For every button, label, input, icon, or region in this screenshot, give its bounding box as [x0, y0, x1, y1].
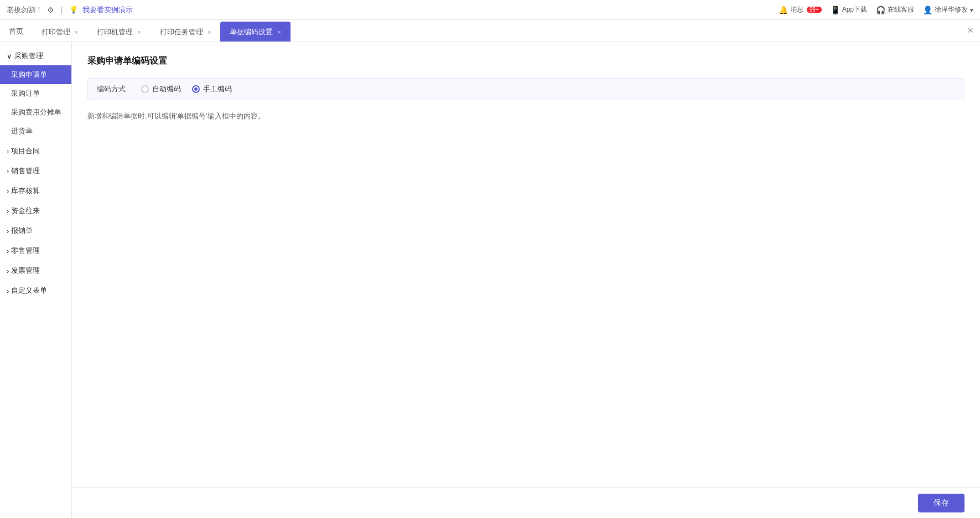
- tab-close-printer-manage[interactable]: ×: [137, 29, 141, 35]
- sidebar-group-capital: › 资金往来: [0, 201, 71, 220]
- brand-text: 老板勿割！: [7, 5, 43, 15]
- notification-label: 消息: [790, 5, 803, 14]
- sidebar-group-purchase: ∨ 采购管理 采购申请单 采购订单 采购费用分摊单 进货单: [0, 46, 71, 141]
- radio-manual-label: 手工编码: [203, 84, 232, 94]
- sidebar: ∨ 采购管理 采购申请单 采购订单 采购费用分摊单 进货单 › 项目合同: [0, 42, 72, 518]
- tab-single-code-label: 单据编码设置: [230, 27, 273, 37]
- sidebar-item-stock-in[interactable]: 进货单: [0, 122, 71, 141]
- tab-print-manage-label: 打印管理: [42, 27, 70, 37]
- sidebar-item-purchase-order[interactable]: 采购订单: [0, 84, 71, 103]
- online-service-label: 在线客服: [888, 5, 914, 14]
- sidebar-group-sales: › 销售管理: [0, 162, 71, 180]
- sidebar-group-capital-label: 资金往来: [11, 206, 40, 216]
- sidebar-group-returns-label: 报销单: [11, 226, 33, 236]
- sidebar-group-purchase-label: 采购管理: [14, 51, 43, 61]
- radio-auto-label: 自动编码: [152, 84, 181, 94]
- sidebar-item-purchase-request[interactable]: 采购申请单: [0, 65, 71, 84]
- headset-icon: [876, 6, 885, 14]
- radio-manual-code[interactable]: 手工编码: [192, 84, 232, 94]
- sidebar-group-custom-form: › 自定义表单: [0, 281, 71, 300]
- settings-icon[interactable]: [47, 6, 54, 14]
- notification-badge: 99+: [807, 7, 822, 13]
- sidebar-group-capital-title[interactable]: › 资金往来: [0, 201, 71, 220]
- sidebar-group-sales-label: 销售管理: [11, 166, 40, 176]
- chevron-right-icon6: ›: [7, 247, 9, 255]
- chevron-down-icon: ∨: [7, 52, 12, 60]
- tab-close-print-manage[interactable]: ×: [75, 29, 78, 35]
- sidebar-group-inventory-label: 库存核算: [11, 186, 40, 196]
- sidebar-group-custom-form-label: 自定义表单: [11, 286, 47, 296]
- sidebar-group-invoice: › 发票管理: [0, 261, 71, 280]
- chevron-right-icon8: ›: [7, 287, 9, 295]
- tab-bar: 首页 打印管理 × 打印机管理 × 打印任务管理 × 单据编码设置 × ×: [0, 20, 980, 42]
- sidebar-group-retail-title[interactable]: › 零售管理: [0, 241, 71, 260]
- bulb-icon: [69, 6, 78, 14]
- user-icon: [923, 6, 932, 14]
- sidebar-group-retail-label: 零售管理: [11, 246, 40, 256]
- content-area: 采购申请单编码设置 编码方式 自动编码 手工编码 新增和编辑单据时,可以编辑'单…: [72, 42, 980, 518]
- chevron-right-icon5: ›: [7, 227, 9, 235]
- sidebar-group-project: › 项目合同: [0, 142, 71, 160]
- sidebar-group-retail: › 零售管理: [0, 241, 71, 260]
- sidebar-item-purchase-request-label: 采购申请单: [11, 70, 47, 79]
- phone-icon: [831, 6, 840, 14]
- tab-print-task-label: 打印任务管理: [160, 27, 203, 37]
- content-footer: 保存: [72, 487, 980, 518]
- content-inner: 采购申请单编码设置 编码方式 自动编码 手工编码 新增和编辑单据时,可以编辑'单…: [72, 42, 980, 487]
- sidebar-group-sales-title[interactable]: › 销售管理: [0, 162, 71, 180]
- close-all-button[interactable]: ×: [961, 25, 980, 37]
- sidebar-item-stock-in-label: 进货单: [11, 127, 33, 135]
- chevron-right-icon2: ›: [7, 167, 9, 175]
- top-bar: 老板勿割！ | 我要看实例演示 消息 99+ App下载 在线客服 徐泽华修改: [0, 0, 980, 20]
- sidebar-group-inventory-title[interactable]: › 库存核算: [0, 182, 71, 200]
- tab-home[interactable]: 首页: [0, 22, 32, 42]
- online-service-btn[interactable]: 在线客服: [876, 5, 914, 14]
- sidebar-group-invoice-label: 发票管理: [11, 266, 40, 276]
- radio-auto-code[interactable]: 自动编码: [141, 84, 181, 94]
- chevron-right-icon: ›: [7, 147, 9, 156]
- encoding-row: 编码方式 自动编码 手工编码: [87, 78, 965, 100]
- tab-close-single-code[interactable]: ×: [277, 29, 281, 35]
- radio-manual-circle: [192, 85, 200, 93]
- sidebar-group-invoice-title[interactable]: › 发票管理: [0, 261, 71, 280]
- sidebar-group-inventory: › 库存核算: [0, 182, 71, 200]
- hint-text: 新增和编辑单据时,可以编辑'单据编号'输入框中的内容。: [87, 111, 965, 121]
- tab-single-code[interactable]: 单据编码设置 ×: [220, 22, 290, 42]
- tab-printer-manage[interactable]: 打印机管理 ×: [87, 22, 150, 42]
- demo-link[interactable]: 我要看实例演示: [82, 5, 133, 15]
- top-bar-right: 消息 99+ App下载 在线客服 徐泽华修改: [779, 5, 973, 14]
- sidebar-item-purchase-expense[interactable]: 采购费用分摊单: [0, 103, 71, 122]
- tab-close-print-task[interactable]: ×: [208, 29, 211, 35]
- encoding-label: 编码方式: [97, 84, 128, 94]
- chevron-right-icon4: ›: [7, 207, 9, 215]
- user-name: 徐泽华修改: [935, 5, 968, 14]
- notification-btn[interactable]: 消息 99+: [779, 5, 822, 14]
- radio-group: 自动编码 手工编码: [141, 84, 232, 94]
- sidebar-group-project-title[interactable]: › 项目合同: [0, 142, 71, 160]
- bell-icon: [779, 6, 788, 14]
- sidebar-group-project-label: 项目合同: [11, 146, 40, 156]
- save-button[interactable]: 保存: [918, 494, 965, 512]
- sidebar-group-returns: › 报销单: [0, 221, 71, 240]
- app-download-label: App下载: [842, 5, 867, 14]
- sidebar-group-custom-form-title[interactable]: › 自定义表单: [0, 281, 71, 300]
- radio-auto-circle: [141, 85, 149, 93]
- top-bar-left: 老板勿割！ | 我要看实例演示: [7, 5, 133, 15]
- sidebar-group-purchase-title[interactable]: ∨ 采购管理: [0, 46, 71, 65]
- chevron-right-icon3: ›: [7, 187, 9, 195]
- app-download-btn[interactable]: App下载: [831, 5, 867, 14]
- main-layout: ∨ 采购管理 采购申请单 采购订单 采购费用分摊单 进货单 › 项目合同: [0, 42, 980, 518]
- sidebar-group-returns-title[interactable]: › 报销单: [0, 221, 71, 240]
- sidebar-item-purchase-order-label: 采购订单: [11, 89, 40, 97]
- chevron-right-icon7: ›: [7, 267, 9, 275]
- tab-printer-manage-label: 打印机管理: [97, 27, 133, 37]
- tab-print-manage[interactable]: 打印管理 ×: [32, 22, 87, 42]
- sidebar-item-purchase-expense-label: 采购费用分摊单: [11, 108, 61, 116]
- chevron-down-icon: [970, 6, 973, 14]
- tab-home-label: 首页: [9, 27, 23, 37]
- page-title: 采购申请单编码设置: [87, 55, 965, 67]
- tab-print-task[interactable]: 打印任务管理 ×: [151, 22, 220, 42]
- user-menu[interactable]: 徐泽华修改: [923, 5, 973, 14]
